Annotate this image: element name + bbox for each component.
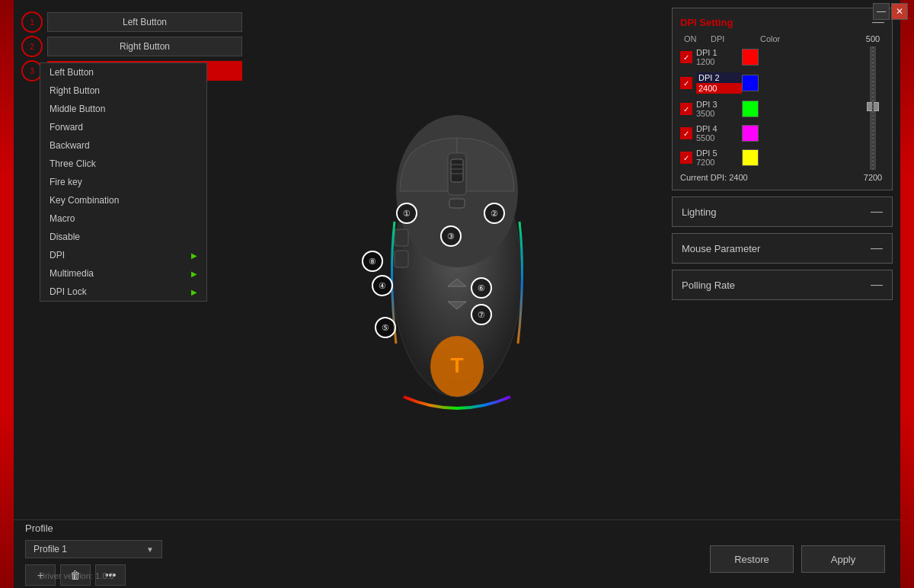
dpi-value-4: 5500 <box>696 133 742 142</box>
left-decoration <box>0 0 14 588</box>
restore-button[interactable]: Restore <box>710 545 794 573</box>
polling-rate-panel[interactable]: Polling Rate — <box>672 270 893 300</box>
mouse-label-6: ⑥ <box>471 277 492 299</box>
minimize-button[interactable]: — <box>873 3 890 20</box>
dpi-color-1[interactable] <box>742 49 759 66</box>
dpi-info-2: DPI 2 2400 <box>696 72 742 94</box>
current-dpi-label: Current DPI: 2400 <box>680 173 861 182</box>
dpi-panel-title: DPI Setting <box>680 17 733 28</box>
mouse-parameter-panel[interactable]: Mouse Parameter — <box>672 233 893 264</box>
dropdown-item-multimedia[interactable]: Multimedia▶ <box>40 264 206 283</box>
mouse-label-4: ④ <box>372 275 393 296</box>
dpi-checkbox-2[interactable]: ✓ <box>680 77 692 89</box>
mouse-parameter-minimize-icon: — <box>871 241 883 255</box>
content-area: 1 Left Button 2 Right Button 3 Middle Bu… <box>14 0 900 519</box>
button-num-1: 1 <box>21 11 43 33</box>
dropdown-menu: Left Button Right Button Middle Button F… <box>40 62 207 302</box>
button-label-1[interactable]: Left Button <box>47 12 242 32</box>
dpi-info-3: DPI 3 3500 <box>696 100 742 118</box>
slider-label-bottom: 7200 <box>864 173 882 182</box>
dpi-panel: DPI Setting — ON DPI Color ✓ <box>672 8 893 190</box>
dpi-row-3: ✓ DPI 3 3500 <box>680 100 861 118</box>
dropdown-item-dpi[interactable]: DPI▶ <box>40 246 206 264</box>
polling-rate-title: Polling Rate <box>682 280 735 291</box>
dpi-name-3: DPI 3 <box>696 100 742 109</box>
profile-label: Profile <box>25 522 162 534</box>
dpi-color-2[interactable] <box>742 75 759 91</box>
svg-rect-7 <box>449 199 465 208</box>
dpi-arrow-icon: ▶ <box>191 251 197 260</box>
dropdown-item-key-combination[interactable]: Key Combination <box>40 191 206 209</box>
button-item-2: 2 Right Button <box>21 36 242 57</box>
dpi-checkbox-1[interactable]: ✓ <box>680 51 692 63</box>
svg-rect-9 <box>395 251 408 267</box>
bottom-bar: Profile Profile 1 ▼ + 🗑 ••• Driver versi… <box>14 519 900 588</box>
dpi-color-5[interactable] <box>742 149 759 166</box>
mouse-image-container: T <box>335 69 579 450</box>
right-panel: DPI Setting — ON DPI Color ✓ <box>664 0 900 519</box>
dpi-checkbox-4[interactable]: ✓ <box>680 127 692 139</box>
dpi-col-dpi: DPI <box>711 34 760 43</box>
svg-text:T: T <box>450 353 463 377</box>
dpi-rows-container: ON DPI Color ✓ DPI 1 1200 <box>680 34 861 182</box>
mouse-label-3: ③ <box>440 225 462 247</box>
button-item-1: 1 Left Button <box>21 11 242 33</box>
dropdown-item-dpi-lock[interactable]: DPI Lock▶ <box>40 283 206 301</box>
dropdown-item-fire-key[interactable]: Fire key <box>40 173 206 191</box>
lighting-panel[interactable]: Lighting — <box>672 197 893 227</box>
right-decoration <box>900 0 914 588</box>
dpi-row-5: ✓ DPI 5 7200 <box>680 149 861 167</box>
dropdown-item-macro[interactable]: Macro <box>40 209 206 228</box>
title-bar: — ✕ <box>853 0 914 23</box>
main-area: 1 Left Button 2 Right Button 3 Middle Bu… <box>14 0 900 588</box>
apply-button[interactable]: Apply <box>801 545 885 573</box>
dpi-info-1: DPI 1 1200 <box>696 48 742 66</box>
mouse-area: T <box>250 0 664 519</box>
dpi-value-1: 1200 <box>696 57 742 66</box>
mouse-parameter-title: Mouse Parameter <box>682 243 760 254</box>
dpi-row-2: ✓ DPI 2 2400 <box>680 72 861 94</box>
profile-arrow-icon: ▼ <box>146 545 154 554</box>
dpi-checkbox-3[interactable]: ✓ <box>680 103 692 115</box>
bottom-right-buttons: Restore Apply <box>710 545 885 573</box>
dropdown-item-backward[interactable]: Backward <box>40 136 206 155</box>
mouse-label-1: ① <box>396 203 417 224</box>
dropdown-item-right-button[interactable]: Right Button <box>40 81 206 100</box>
polling-rate-minimize-icon: — <box>871 278 883 292</box>
multimedia-arrow-icon: ▶ <box>191 270 197 278</box>
svg-rect-8 <box>395 229 408 246</box>
dropdown-item-forward[interactable]: Forward <box>40 118 206 136</box>
button-num-2: 2 <box>21 36 43 57</box>
dpi-header-row: ON DPI Color <box>680 34 861 43</box>
dpi-slider-section: ON DPI Color ✓ DPI 1 1200 <box>680 34 884 182</box>
dpi-value-3: 3500 <box>696 109 742 118</box>
dpi-row-1: ✓ DPI 1 1200 <box>680 48 861 66</box>
mouse-label-5: ⑤ <box>375 317 396 338</box>
left-panel: 1 Left Button 2 Right Button 3 Middle Bu… <box>14 0 250 519</box>
dropdown-item-middle-button[interactable]: Middle Button <box>40 100 206 118</box>
profile-select-text: Profile 1 <box>34 544 146 554</box>
dpi-checkbox-5[interactable]: ✓ <box>680 152 692 164</box>
dpi-slider-container: 500 7200 <box>861 34 884 182</box>
dpi-color-3[interactable] <box>742 101 759 117</box>
slider-track-line <box>872 46 874 170</box>
close-button[interactable]: ✕ <box>891 3 908 20</box>
dpi-row-4: ✓ DPI 4 5500 <box>680 124 861 142</box>
dpi-color-4[interactable] <box>742 125 759 142</box>
profile-select[interactable]: Profile 1 ▼ <box>25 540 162 558</box>
mouse-label-2: ② <box>484 203 505 224</box>
dropdown-item-left-button[interactable]: Left Button <box>40 63 206 81</box>
dpi-col-color: Color <box>760 34 798 43</box>
dropdown-item-three-click[interactable]: Three Click <box>40 155 206 173</box>
dropdown-item-disable[interactable]: Disable <box>40 228 206 246</box>
slider-label-top: 500 <box>866 34 880 43</box>
driver-version-label: Driver version: 1.0.3 <box>39 571 113 580</box>
dpi-slider-track[interactable] <box>870 46 876 170</box>
dpi-name-4: DPI 4 <box>696 124 742 133</box>
dpi-info-4: DPI 4 5500 <box>696 124 742 142</box>
dpi-lock-arrow-icon: ▶ <box>191 288 197 296</box>
lighting-minimize-icon: — <box>871 205 883 219</box>
dpi-name-5: DPI 5 <box>696 149 742 158</box>
mouse-label-7: ⑦ <box>471 304 492 325</box>
button-label-2[interactable]: Right Button <box>47 37 242 56</box>
